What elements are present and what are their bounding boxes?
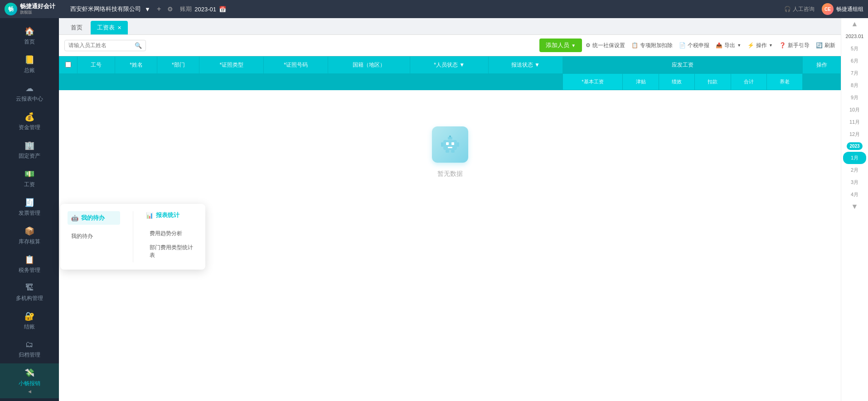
tab-close-icon[interactable]: ✕ [117, 25, 121, 31]
period-label: 账期 [180, 5, 192, 13]
sidebar-label-ledger: 总账 [24, 67, 35, 74]
sidebar-item-tax[interactable]: 📋 税务管理 [0, 250, 59, 279]
add-person-button[interactable]: 添加人员 ▼ [539, 39, 582, 52]
period-value[interactable]: 2023-01 [194, 6, 216, 13]
support-button[interactable]: 🎧 人工咨询 [784, 5, 815, 13]
guide-icon: ❓ [779, 42, 786, 48]
operations-label: 操作 [756, 42, 767, 49]
col-status[interactable]: *人员状态 ▼ [410, 57, 489, 74]
sidebar-item-multi-org[interactable]: 🏗 多机构管理 [0, 279, 59, 307]
timeline-nav-up[interactable]: ▲ [849, 18, 860, 30]
timeline-month-10[interactable]: 10月 [841, 104, 868, 116]
toolbar-actions: ⚙ 统一社保设置 📋 专项附加扣除 📄 个税申报 📤 导出 ▼ ⚡ [586, 42, 835, 49]
timeline-month-4[interactable]: 4月 [841, 188, 868, 201]
timeline-month-11[interactable]: 11月 [841, 116, 868, 128]
xiaochang-icon: 💸 [24, 368, 34, 378]
special-deduction-button[interactable]: 📋 专项附加扣除 [631, 42, 673, 49]
svg-rect-5 [449, 135, 451, 137]
home-icon: 🏠 [24, 26, 34, 36]
operations-button[interactable]: ⚡ 操作 ▼ [747, 42, 773, 49]
app-sub: 旗舰版 [20, 10, 55, 15]
sub-empty-5 [199, 74, 264, 90]
sidebar-item-home[interactable]: 🏠 首页 [0, 22, 59, 50]
timeline-month-2[interactable]: 2月 [841, 164, 868, 176]
timeline-month-1[interactable]: 1月 [843, 152, 866, 164]
timeline-year-2023: 2023 [847, 142, 862, 150]
timeline-month-9[interactable]: 9月 [841, 92, 868, 104]
cost-trend-item[interactable]: 费用趋势分析 [146, 227, 199, 241]
svg-rect-1 [446, 142, 449, 145]
refresh-icon: 🔄 [816, 42, 823, 48]
sub-empty-10 [803, 74, 841, 90]
pending-header[interactable]: 🤖 我的待办 [68, 211, 120, 225]
sidebar-item-inventory[interactable]: 📦 库存核算 [0, 222, 59, 250]
salary-icon: 💵 [24, 169, 34, 179]
timeline-month-8[interactable]: 8月 [841, 79, 868, 92]
avatar: CE [822, 3, 834, 15]
multi-org-icon: 🏗 [25, 283, 34, 293]
sub-empty-9 [489, 74, 563, 90]
col-group-salary: 应发工资 [563, 57, 803, 74]
tab-salary-table[interactable]: 工资表 ✕ [91, 21, 128, 34]
app-name: 畅捷通好会计 [20, 3, 55, 10]
export-dropdown-icon: ▼ [737, 43, 741, 48]
col-report-status[interactable]: 报送状态 ▼ [489, 57, 563, 74]
calendar-icon[interactable]: 📅 [219, 6, 226, 13]
new-guide-button[interactable]: ❓ 新手引导 [779, 42, 810, 49]
dept-cost-item[interactable]: 部门费用类型统计表 [146, 241, 199, 262]
sidebar-item-closing[interactable]: 🔐 结账 [0, 307, 59, 335]
select-all-checkbox[interactable] [65, 62, 71, 68]
col-id-number: *证照号码 [264, 57, 328, 74]
tax-report-button[interactable]: 📄 个税申报 [679, 42, 709, 49]
my-pending-item[interactable]: 我的待办 [68, 229, 120, 243]
chevron-down-icon: ▼ [145, 6, 150, 13]
settings-icon[interactable]: ⚙ [167, 5, 173, 13]
export-icon: 📤 [716, 42, 723, 48]
user-area[interactable]: CE 畅捷通组组 [822, 3, 863, 15]
company-area[interactable]: 西安虾米网络科技有限公司 ▼ + ⚙ [63, 5, 180, 13]
tab-home-label: 首页 [71, 24, 82, 31]
social-security-icon: ⚙ [586, 42, 591, 48]
logo-text-block: 畅捷通好会计 旗舰版 [20, 3, 55, 16]
search-box: 🔍 [64, 40, 146, 51]
social-security-button[interactable]: ⚙ 统一社保设置 [586, 42, 625, 49]
search-input[interactable] [68, 42, 132, 48]
timeline-header: 2023.01 [844, 30, 866, 43]
sidebar-item-ledger[interactable]: 📒 总账 [0, 50, 59, 79]
sub-col-total: 合计 [731, 74, 766, 90]
logo-icon: 畅 [5, 3, 17, 15]
logo-initials: 畅 [8, 5, 14, 13]
sidebar-label-cloud-report: 云报表中心 [16, 95, 43, 103]
sub-empty-2 [78, 74, 115, 90]
special-deduction-label: 专项附加扣除 [640, 42, 673, 49]
sidebar-item-fixed-assets[interactable]: 🏢 固定资产 [0, 136, 59, 164]
add-company-button[interactable]: + [154, 5, 164, 13]
dropdown-menu: 🤖 我的待办 我的待办 📊 报表统计 费用趋势分析 部门费用类型统计表 [60, 204, 205, 270]
inventory-icon: 📦 [24, 226, 34, 236]
timeline-month-6[interactable]: 6月 [841, 55, 868, 67]
top-bar: 畅 畅捷通好会计 旗舰版 西安虾米网络科技有限公司 ▼ + ⚙ 账期 2023-… [0, 0, 868, 18]
timeline-month-7[interactable]: 7月 [841, 67, 868, 79]
timeline-nav-down[interactable]: ▼ [849, 201, 860, 213]
col-name: *姓名 [115, 57, 157, 74]
sidebar-item-funds[interactable]: 💰 资金管理 [0, 107, 59, 136]
search-icon[interactable]: 🔍 [135, 42, 142, 49]
refresh-button[interactable]: 🔄 刷新 [816, 42, 835, 49]
timeline-month-5[interactable]: 5月 [841, 43, 868, 55]
logo-area: 畅 畅捷通好会计 旗舰版 [5, 3, 63, 16]
sidebar-item-settings[interactable]: ⚙ 基础设置 [0, 398, 59, 401]
sidebar-item-xiaochang[interactable]: 💸 小畅报销 ◀ [0, 363, 59, 398]
export-button[interactable]: 📤 导出 ▼ [716, 42, 741, 49]
reports-header[interactable]: 📊 报表统计 [146, 211, 199, 222]
select-all-header[interactable] [59, 57, 78, 74]
new-guide-label: 新手引导 [788, 42, 810, 49]
timeline-month-12[interactable]: 12月 [841, 128, 868, 140]
sidebar-item-salary[interactable]: 💵 工资 [0, 164, 59, 193]
tab-home[interactable]: 首页 [64, 21, 89, 34]
sidebar-item-cloud-report[interactable]: ☁ 云报表中心 [0, 79, 59, 107]
sidebar-item-archive[interactable]: 🗂 归档管理 [0, 335, 59, 363]
sidebar-label-salary: 工资 [24, 181, 35, 188]
tax-report-label: 个税申报 [688, 42, 709, 49]
sidebar-item-invoice[interactable]: 🧾 发票管理 [0, 193, 59, 222]
timeline-month-3[interactable]: 3月 [841, 176, 868, 188]
